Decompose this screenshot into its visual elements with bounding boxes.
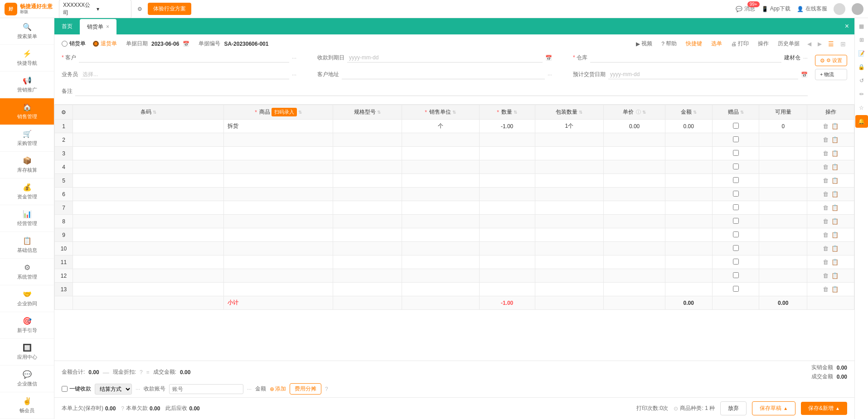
row-delete-icon-4[interactable]: 🗑: [823, 164, 829, 170]
row-unit-price-7[interactable]: [604, 201, 665, 215]
receive-date-input[interactable]: [347, 53, 543, 63]
online-support-button[interactable]: 👤 在线客服: [797, 5, 827, 13]
sort-product-icon[interactable]: ⇅: [298, 110, 302, 115]
account-more-icon[interactable]: ···: [247, 386, 252, 392]
price-info-icon[interactable]: ⓘ: [636, 109, 641, 116]
row-unit-price-12[interactable]: [604, 269, 665, 283]
operation-btn[interactable]: 操作: [755, 39, 771, 48]
select-btn[interactable]: 选单: [708, 39, 725, 48]
discard-button[interactable]: 放弃: [720, 401, 747, 415]
history-btn[interactable]: 历史单据: [775, 39, 802, 48]
salesperson-more-icon[interactable]: ···: [292, 72, 296, 78]
sidebar-item-marketing[interactable]: 📢 营销推广: [0, 72, 54, 98]
row-gift-6[interactable]: [712, 188, 759, 201]
row-barcode-6[interactable]: [73, 188, 224, 201]
row-barcode-10[interactable]: [73, 242, 224, 255]
sidebar-item-search[interactable]: 🔍 搜索菜单: [0, 18, 54, 45]
note-input[interactable]: [75, 87, 808, 96]
sidebar-item-quicknav[interactable]: ⚡ 快捷导航: [0, 45, 54, 72]
app-download-button[interactable]: 📱 App下载: [761, 5, 790, 13]
row-unit-price-1[interactable]: 0.00: [604, 120, 665, 133]
row-delete-icon-3[interactable]: 🗑: [823, 150, 829, 157]
row-qty-12[interactable]: [479, 269, 535, 283]
row-delete-icon-1[interactable]: 🗑: [823, 123, 829, 130]
warehouse-input[interactable]: [590, 53, 781, 63]
row-copy-icon-9[interactable]: 📋: [831, 231, 839, 238]
nav-next-icon[interactable]: ▶: [816, 41, 823, 47]
row-unit-price-8[interactable]: [604, 215, 665, 228]
row-qty-3[interactable]: [479, 147, 535, 160]
row-delete-icon-8[interactable]: 🗑: [823, 218, 829, 225]
row-qty-7[interactable]: [479, 201, 535, 215]
tab-sales-order[interactable]: 销货单 ×: [80, 19, 116, 34]
sidebar-item-member[interactable]: ✌ 畅会员: [0, 392, 54, 419]
row-copy-icon-5[interactable]: 📋: [831, 177, 839, 184]
tab-close-icon[interactable]: ×: [106, 24, 109, 30]
row-barcode-9[interactable]: [73, 228, 224, 242]
row-spec-6[interactable]: [333, 188, 402, 201]
one-click-checkbox[interactable]: [62, 386, 68, 392]
row-qty-10[interactable]: [479, 242, 535, 255]
row-delete-icon-11[interactable]: 🗑: [823, 259, 829, 265]
row-barcode-12[interactable]: [73, 269, 224, 283]
salesperson-input[interactable]: [81, 70, 289, 79]
row-barcode-11[interactable]: [73, 255, 224, 269]
settings-button[interactable]: ⚙ ⚙ 设置: [815, 55, 847, 66]
row-delete-icon-13[interactable]: 🗑: [823, 286, 829, 293]
scan-button[interactable]: 扫码录入: [272, 108, 297, 116]
sort-spec-icon[interactable]: ⇅: [377, 110, 381, 115]
save-draft-button[interactable]: 保存草稿 ▲: [752, 401, 795, 415]
row-barcode-7[interactable]: [73, 201, 224, 215]
expected-calendar-icon[interactable]: 📅: [801, 72, 808, 78]
row-barcode-13[interactable]: [73, 283, 224, 296]
row-qty-13[interactable]: [479, 283, 535, 296]
right-tool-edit[interactable]: ✏: [855, 88, 868, 101]
row-spec-4[interactable]: [333, 160, 402, 174]
right-tool-lock[interactable]: 🔒: [855, 61, 868, 73]
row-spec-12[interactable]: [333, 269, 402, 283]
sort-qty-icon[interactable]: ⇅: [514, 110, 517, 115]
sort-pkg-icon[interactable]: ⇅: [579, 110, 582, 115]
payment-help-icon[interactable]: ?: [325, 386, 328, 392]
expected-date-input[interactable]: [608, 70, 798, 79]
row-qty-4[interactable]: [479, 160, 535, 174]
save-new-button[interactable]: 保存&新增 ▲: [801, 402, 847, 415]
row-qty-8[interactable]: [479, 215, 535, 228]
row-delete-icon-10[interactable]: 🗑: [823, 245, 829, 252]
row-barcode-3[interactable]: [73, 147, 224, 160]
settings-icon[interactable]: ⚙: [133, 3, 146, 15]
row-gift-12[interactable]: [712, 269, 759, 283]
row-gift-7[interactable]: [712, 201, 759, 215]
customer-more-icon[interactable]: ···: [292, 55, 296, 61]
sidebar-item-wechat[interactable]: 💬 企业微信: [0, 366, 54, 392]
row-spec-8[interactable]: [333, 215, 402, 228]
row-unit-price-3[interactable]: [604, 147, 665, 160]
row-delete-icon-5[interactable]: 🗑: [823, 177, 829, 184]
nav-prev-icon[interactable]: ◀: [806, 41, 813, 47]
right-tool-alert[interactable]: 🔔: [855, 115, 868, 128]
help-btn[interactable]: ? 帮助: [659, 39, 679, 48]
row-spec-11[interactable]: [333, 255, 402, 269]
calendar-icon[interactable]: 📅: [183, 41, 189, 47]
sort-amount-icon[interactable]: ⇅: [693, 110, 697, 115]
product-count-radio[interactable]: ⊙: [674, 405, 678, 412]
row-copy-icon-4[interactable]: 📋: [831, 164, 839, 170]
row-copy-icon-10[interactable]: 📋: [831, 245, 839, 252]
sort-unit-icon[interactable]: ⇅: [452, 110, 456, 115]
customer-addr-input[interactable]: [342, 70, 545, 79]
trial-button[interactable]: 体验行业方案: [148, 3, 191, 15]
row-unit-price-5[interactable]: [604, 174, 665, 188]
sidebar-item-corp[interactable]: 🤝 企业协同: [0, 285, 54, 312]
row-barcode-8[interactable]: [73, 215, 224, 228]
message-button[interactable]: 💬 消息 99+: [736, 5, 755, 13]
row-unit-price-13[interactable]: [604, 283, 665, 296]
row-unit-price-9[interactable]: [604, 228, 665, 242]
sort-gift-icon[interactable]: ⇅: [740, 110, 744, 115]
sidebar-item-system[interactable]: ⚙ 系统管理: [0, 259, 54, 285]
sidebar-item-sales[interactable]: 🏠 销售管理: [0, 98, 54, 125]
list-view-icon[interactable]: ☰: [827, 40, 835, 48]
avatar-2[interactable]: [852, 3, 863, 15]
shortcut-btn[interactable]: 快捷键: [683, 39, 705, 48]
right-tool-note[interactable]: 📝: [855, 47, 868, 60]
sort-price-icon[interactable]: ⇅: [642, 110, 646, 115]
